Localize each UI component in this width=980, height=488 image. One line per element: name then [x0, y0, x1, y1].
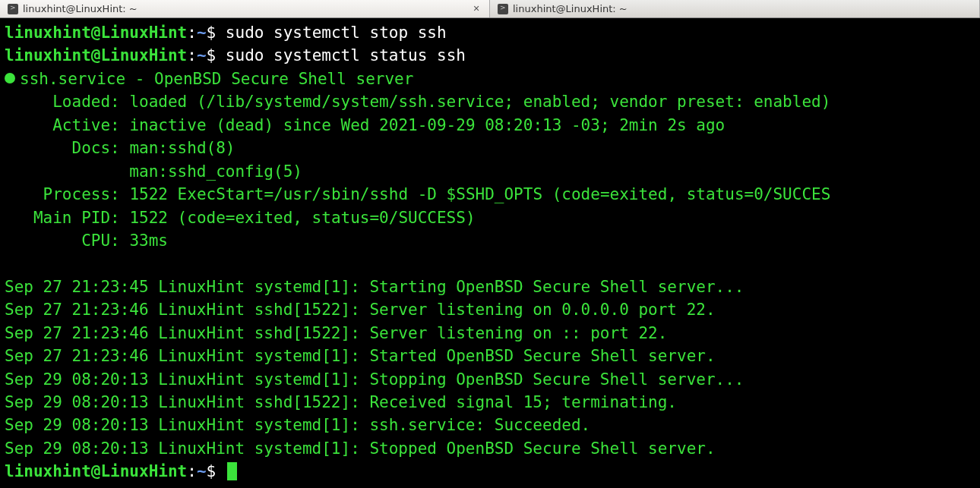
prompt-path: ~ — [197, 46, 207, 65]
command-text: sudo systemctl stop ssh — [226, 24, 447, 42]
cursor-icon — [227, 462, 237, 480]
status-label: Active: — [5, 116, 129, 134]
status-mainpid-line: Main PID: 1522 (code=exited, status=0/SU… — [5, 206, 975, 229]
status-docs-line-2: man:sshd_config(5) — [5, 160, 975, 183]
tab-title: linuxhint@LinuxHint: ~ — [513, 3, 972, 14]
log-line: Sep 27 21:23:46 LinuxHint sshd[1522]: Se… — [5, 322, 975, 345]
log-line: Sep 29 08:20:13 LinuxHint systemd[1]: ss… — [5, 414, 975, 436]
prompt-path: ~ — [197, 24, 207, 42]
status-docs-line: Docs: man:sshd(8) — [5, 137, 975, 159]
prompt-dollar: $ — [207, 24, 217, 42]
status-label: CPU: — [5, 231, 129, 250]
status-active-line: Active: inactive (dead) since Wed 2021-0… — [5, 114, 975, 137]
prompt-userhost: linuxhint@LinuxHint — [5, 462, 187, 480]
prompt-path: ~ — [197, 462, 207, 480]
prompt-dollar: $ — [207, 462, 217, 480]
service-name: ssh.service - OpenBSD Secure Shell serve… — [20, 70, 413, 88]
status-label: Process: — [5, 185, 129, 203]
status-loaded-line: Loaded: loaded (/lib/systemd/system/ssh.… — [5, 90, 975, 113]
blank-line — [5, 252, 975, 275]
tab-title: linuxhint@LinuxHint: ~ — [23, 3, 466, 14]
prompt-sep: : — [187, 24, 197, 42]
terminal-tab-1[interactable]: linuxhint@LinuxHint: ~ ✕ — [0, 0, 490, 17]
status-value: loaded (/lib/systemd/system/ssh.service;… — [129, 93, 830, 111]
prompt-sep: : — [187, 46, 197, 65]
terminal-tab-2[interactable]: linuxhint@LinuxHint: ~ — [490, 0, 980, 17]
command-text: sudo systemctl status ssh — [226, 46, 466, 65]
terminal-output[interactable]: linuxhint@LinuxHint:~$ sudo systemctl st… — [0, 18, 980, 488]
terminal-icon — [8, 4, 18, 14]
log-line: Sep 29 08:20:13 LinuxHint systemd[1]: St… — [5, 368, 975, 391]
prompt-line-current: linuxhint@LinuxHint:~$ — [5, 460, 975, 483]
terminal-tabbar: linuxhint@LinuxHint: ~ ✕ linuxhint@Linux… — [0, 0, 980, 18]
log-line: Sep 29 08:20:13 LinuxHint systemd[1]: St… — [5, 437, 975, 460]
status-label: Docs: — [5, 139, 129, 157]
status-label: Main PID: — [5, 209, 129, 227]
close-icon[interactable]: ✕ — [471, 4, 482, 14]
status-label: Loaded: — [5, 93, 129, 111]
prompt-line: linuxhint@LinuxHint:~$ sudo systemctl st… — [5, 44, 975, 67]
status-value: inactive (dead) since Wed 2021-09-29 08:… — [129, 116, 725, 134]
status-service-line: ssh.service - OpenBSD Secure Shell serve… — [5, 68, 975, 90]
prompt-dollar: $ — [207, 46, 217, 65]
status-value: man:sshd(8) — [129, 139, 235, 157]
status-value: 1522 (code=exited, status=0/SUCCESS) — [129, 209, 475, 227]
log-line: Sep 29 08:20:13 LinuxHint sshd[1522]: Re… — [5, 391, 975, 414]
log-line: Sep 27 21:23:46 LinuxHint systemd[1]: St… — [5, 345, 975, 367]
status-value: 33ms — [129, 231, 168, 250]
status-cpu-line: CPU: 33ms — [5, 229, 975, 252]
prompt-sep: : — [187, 462, 197, 480]
log-line: Sep 27 21:23:46 LinuxHint sshd[1522]: Se… — [5, 298, 975, 321]
prompt-line: linuxhint@LinuxHint:~$ sudo systemctl st… — [5, 21, 975, 44]
status-dot-icon — [5, 73, 15, 83]
prompt-userhost: linuxhint@LinuxHint — [5, 24, 187, 42]
status-process-line: Process: 1522 ExecStart=/usr/sbin/sshd -… — [5, 183, 975, 206]
prompt-userhost: linuxhint@LinuxHint — [5, 46, 187, 65]
terminal-icon — [498, 4, 508, 14]
log-line: Sep 27 21:23:45 LinuxHint systemd[1]: St… — [5, 275, 975, 298]
status-value: 1522 ExecStart=/usr/sbin/sshd -D $SSHD_O… — [129, 185, 830, 203]
